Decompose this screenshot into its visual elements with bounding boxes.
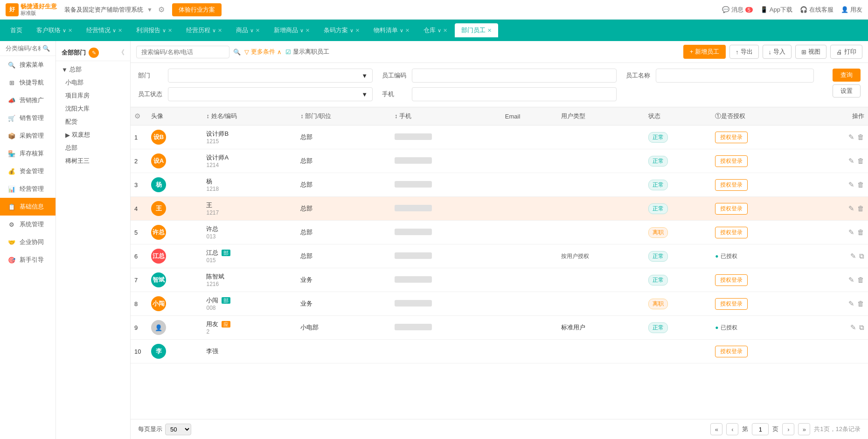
sidebar-item-quicknav[interactable]: ⊞ 快捷导航 bbox=[0, 74, 56, 91]
per-page-select[interactable]: 50 100 bbox=[165, 424, 191, 435]
settings-icon[interactable]: ⚙ bbox=[134, 112, 140, 120]
export-btn[interactable]: ↑ 导出 bbox=[729, 45, 759, 59]
emp-code-input[interactable] bbox=[412, 69, 617, 83]
auth-btn[interactable]: 授权登录 bbox=[715, 179, 748, 191]
sidebar-search-icon[interactable]: 🔍 bbox=[42, 45, 50, 52]
tab-operations[interactable]: 经营情况 ∨ ✕ bbox=[80, 23, 129, 37]
next-btn[interactable]: › bbox=[782, 423, 794, 435]
copy-icon[interactable]: ⧉ bbox=[859, 252, 864, 260]
search-icon-btn[interactable]: 🔍 bbox=[233, 49, 241, 56]
tab-goods[interactable]: 商品 ∨ ✕ bbox=[229, 23, 266, 37]
auth-btn[interactable]: 授权登录 bbox=[715, 346, 748, 357]
sidebar-search-input[interactable] bbox=[6, 45, 41, 52]
edit-icon[interactable]: ✎ bbox=[848, 181, 854, 189]
auth-btn[interactable]: 授权登录 bbox=[715, 298, 748, 310]
edit-icon[interactable]: ✎ bbox=[848, 276, 854, 284]
auth-btn[interactable]: 授权登录 bbox=[715, 155, 748, 167]
tab-warehouse[interactable]: 仓库 ∨ ✕ bbox=[417, 23, 454, 37]
experience-btn[interactable]: 体验行业方案 bbox=[172, 3, 222, 16]
tab-home[interactable]: 首页 bbox=[4, 23, 29, 37]
edit-icon[interactable]: ✎ bbox=[848, 204, 854, 213]
title-dropdown-arrow[interactable]: ▼ bbox=[147, 7, 153, 13]
prev-btn[interactable]: ‹ bbox=[726, 423, 738, 435]
sidebar-item-system[interactable]: ⚙ 系统管理 bbox=[0, 216, 56, 233]
app-download-btn[interactable]: 📱 App下载 bbox=[760, 6, 792, 14]
sidebar-item-sales[interactable]: 🛒 销售管理 bbox=[0, 109, 56, 127]
dept-node-shenyang[interactable]: 沈阳大库 bbox=[56, 102, 130, 115]
edit-icon[interactable]: ✎ bbox=[850, 252, 856, 260]
query-btn[interactable]: 查询 bbox=[833, 69, 861, 82]
dept-node-headquarter-parent[interactable]: ▼ 总部 bbox=[56, 63, 130, 76]
user-menu[interactable]: 👤 用友 bbox=[841, 6, 862, 14]
edit-icon[interactable]: ✎ bbox=[848, 157, 854, 165]
logo-icon: 好 bbox=[6, 3, 19, 16]
message-btn[interactable]: 💬 消息 5 bbox=[722, 6, 753, 14]
show-resigned-toggle[interactable]: ☑ 显示离职员工 bbox=[285, 48, 329, 56]
add-employee-btn[interactable]: + 新增员工 bbox=[683, 45, 726, 59]
auth-btn[interactable]: 授权登录 bbox=[715, 203, 748, 215]
next-next-btn[interactable]: » bbox=[798, 423, 810, 435]
auth-btn[interactable]: 授权登录 bbox=[715, 227, 748, 238]
sidebar-item-search[interactable]: 🔍 搜索菜单 bbox=[0, 56, 56, 74]
col-dept[interactable]: ↕ 部门/职位 bbox=[297, 107, 391, 125]
sidebar-item-finance[interactable]: 💰 资金管理 bbox=[0, 162, 56, 180]
sidebar-item-marketing[interactable]: 📣 营销推广 bbox=[0, 91, 56, 109]
row-no: 1 bbox=[131, 125, 147, 149]
edit-icon[interactable]: ✎ bbox=[848, 300, 854, 308]
dept-add-icon[interactable]: ✎ bbox=[89, 48, 99, 58]
checkbox-show-resigned[interactable]: ☑ bbox=[285, 49, 291, 56]
filter-icon: ▽ bbox=[244, 49, 249, 56]
col-settings[interactable]: ⚙ bbox=[131, 107, 147, 125]
edit-icon[interactable]: ✎ bbox=[850, 323, 856, 332]
print-btn[interactable]: 🖨 打印 bbox=[830, 45, 862, 59]
copy-icon[interactable]: ⧉ bbox=[859, 323, 864, 332]
delete-icon[interactable]: 🗑 bbox=[857, 228, 864, 237]
tab-dept-staff[interactable]: 部门员工 ✕ bbox=[455, 23, 498, 37]
page-input[interactable] bbox=[752, 423, 769, 435]
dept-node-peihuo[interactable]: 配货 bbox=[56, 115, 130, 128]
sidebar-item-basic[interactable]: 📋 基础信息 bbox=[0, 198, 56, 216]
auth-btn[interactable]: 授权登录 bbox=[715, 132, 748, 143]
sidebar-item-inventory[interactable]: 🏪 库存核算 bbox=[0, 145, 56, 162]
edit-icon[interactable]: ✎ bbox=[848, 133, 854, 141]
tab-barcode[interactable]: 条码方案 ∨ ✕ bbox=[317, 23, 366, 37]
sidebar-item-operations[interactable]: 📊 经营管理 bbox=[0, 180, 56, 198]
dept-select[interactable]: ▼ bbox=[168, 69, 373, 83]
dept-node-shuang[interactable]: ▶ 双废想 bbox=[56, 128, 130, 141]
delete-icon[interactable]: 🗑 bbox=[857, 157, 864, 165]
view-btn[interactable]: ⊞ 视图 bbox=[795, 45, 826, 59]
sidebar-item-guide[interactable]: 🎯 新手引导 bbox=[0, 251, 56, 269]
delete-icon[interactable]: 🗑 bbox=[857, 181, 864, 189]
prev-prev-btn[interactable]: « bbox=[710, 423, 722, 435]
delete-icon[interactable]: 🗑 bbox=[857, 300, 864, 308]
delete-icon[interactable]: 🗑 bbox=[857, 204, 864, 213]
dept-node-xishu[interactable]: 稀树王三 bbox=[56, 154, 130, 167]
sidebar-item-purchase[interactable]: 📦 采购管理 bbox=[0, 127, 56, 145]
emp-status-select[interactable]: ▼ bbox=[168, 87, 373, 101]
col-name[interactable]: ↕ 姓名/编码 bbox=[202, 107, 297, 125]
sidebar-item-enterprise[interactable]: 🤝 企业协同 bbox=[0, 233, 56, 251]
tab-profit[interactable]: 利润报告 ∨ ✕ bbox=[130, 23, 179, 37]
tab-bom[interactable]: 物料清单 ∨ ✕ bbox=[367, 23, 416, 37]
dept-tree-collapse[interactable]: 《 bbox=[118, 49, 125, 57]
reset-btn[interactable]: 设置 bbox=[833, 84, 861, 98]
online-service-btn[interactable]: 🎧 在线客服 bbox=[800, 6, 833, 14]
delete-icon[interactable]: 🗑 bbox=[857, 133, 864, 141]
dept-node-xiaodian[interactable]: 小电部 bbox=[56, 76, 130, 89]
col-phone[interactable]: ↕ 手机 bbox=[391, 107, 501, 125]
tab-customer[interactable]: 客户联络 ∨ ✕ bbox=[30, 23, 79, 37]
emp-name-input[interactable] bbox=[656, 69, 814, 83]
auth-btn[interactable]: 授权登录 bbox=[715, 274, 748, 286]
dept-node-zongbu[interactable]: 总部 bbox=[56, 141, 130, 154]
search-input[interactable] bbox=[136, 46, 229, 58]
tab-history[interactable]: 经营历程 ∨ ✕ bbox=[180, 23, 229, 37]
filter-btn[interactable]: ▽ 更多条件 ∧ bbox=[244, 48, 282, 56]
tab-add-goods[interactable]: 新增商品 ∨ ✕ bbox=[267, 23, 316, 37]
phone-input[interactable] bbox=[412, 87, 617, 101]
row-no: 4 bbox=[131, 197, 147, 221]
edit-icon[interactable]: ✎ bbox=[848, 228, 854, 237]
import-btn[interactable]: ↓ 导入 bbox=[763, 45, 792, 59]
delete-icon[interactable]: 🗑 bbox=[857, 276, 864, 284]
settings-icon[interactable]: ⚙ bbox=[158, 5, 165, 14]
dept-node-project[interactable]: 项目库房 bbox=[56, 89, 130, 102]
